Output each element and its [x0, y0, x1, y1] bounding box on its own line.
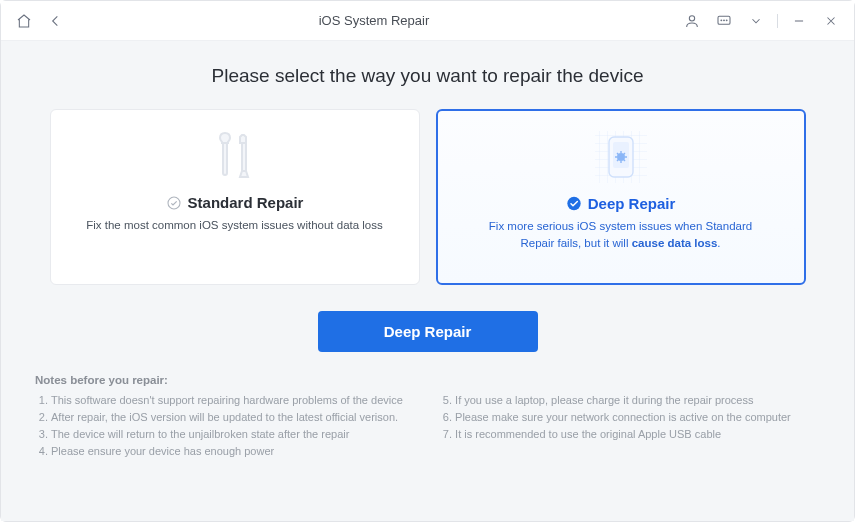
svg-point-3	[724, 19, 725, 20]
titlebar-left	[13, 10, 67, 32]
svg-point-2	[721, 19, 722, 20]
action-row: Deep Repair	[35, 311, 820, 352]
deep-title-row: Deep Repair	[566, 195, 676, 212]
home-icon[interactable]	[13, 10, 35, 32]
option-cards: Standard Repair Fix the most common iOS …	[35, 109, 820, 285]
check-circle-icon	[166, 195, 182, 211]
note-item: After repair, the iOS version will be up…	[51, 409, 403, 426]
titlebar: iOS System Repair	[1, 1, 854, 41]
note-item: The device will return to the unjailbrok…	[51, 426, 403, 443]
deep-repair-button[interactable]: Deep Repair	[318, 311, 538, 352]
back-icon[interactable]	[45, 10, 67, 32]
titlebar-right	[681, 10, 842, 32]
minimize-icon[interactable]	[788, 10, 810, 32]
note-item: This software doesn't support repairing …	[51, 392, 403, 409]
note-item: Please make sure your network connection…	[443, 409, 791, 426]
note-item: It is recommended to use the original Ap…	[443, 426, 791, 443]
tools-icon	[212, 124, 258, 188]
svg-point-0	[689, 15, 694, 20]
divider	[777, 14, 778, 28]
feedback-icon[interactable]	[713, 10, 735, 32]
svg-point-11	[567, 197, 580, 210]
standard-repair-desc: Fix the most common iOS system issues wi…	[86, 217, 383, 234]
svg-point-4	[726, 19, 727, 20]
deep-repair-card[interactable]: Deep Repair Fix more serious iOS system …	[436, 109, 806, 285]
user-icon[interactable]	[681, 10, 703, 32]
notes-section: Notes before you repair: This software d…	[35, 374, 820, 460]
notes-columns: This software doesn't support repairing …	[35, 392, 820, 460]
notes-col2: If you use a laptop, please charge it du…	[443, 392, 791, 460]
deep-desc-bold: cause data loss	[632, 237, 718, 249]
content-area: Please select the way you want to repair…	[1, 41, 854, 521]
app-window: iOS System Repair Please select the way …	[0, 0, 855, 522]
notes-title: Notes before you repair:	[35, 374, 820, 386]
svg-point-6	[168, 197, 180, 209]
window-title: iOS System Repair	[67, 13, 681, 28]
close-icon[interactable]	[820, 10, 842, 32]
phone-repair-icon	[591, 125, 651, 189]
check-filled-icon	[566, 196, 582, 212]
deep-desc-suffix: .	[717, 237, 720, 249]
note-item: If you use a laptop, please charge it du…	[443, 392, 791, 409]
deep-repair-title: Deep Repair	[588, 195, 676, 212]
note-item: Please ensure your device has enough pow…	[51, 443, 403, 460]
notes-col1: This software doesn't support repairing …	[35, 392, 403, 460]
standard-repair-card[interactable]: Standard Repair Fix the most common iOS …	[50, 109, 420, 285]
svg-rect-5	[242, 143, 246, 171]
standard-title-row: Standard Repair	[166, 194, 304, 211]
standard-repair-title: Standard Repair	[188, 194, 304, 211]
chevron-down-icon[interactable]	[745, 10, 767, 32]
deep-repair-desc: Fix more serious iOS system issues when …	[471, 218, 771, 251]
page-heading: Please select the way you want to repair…	[35, 65, 820, 87]
